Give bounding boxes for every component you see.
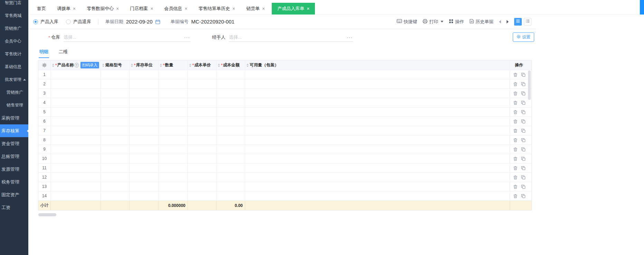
radio-product-inbound[interactable]: 产品入库 <box>33 19 58 25</box>
list-view-button[interactable] <box>514 18 522 26</box>
delete-row-icon[interactable] <box>513 185 518 189</box>
cell-unit-cost[interactable] <box>188 117 217 126</box>
cell-unit-cost[interactable] <box>188 135 217 144</box>
tabbar-scroll-strip[interactable] <box>640 0 644 15</box>
cell-stock-unit[interactable] <box>129 182 158 191</box>
cell-available-qty[interactable] <box>245 107 510 116</box>
tab-5[interactable]: 会员信息× <box>160 3 192 15</box>
copy-row-icon[interactable] <box>521 101 526 105</box>
cell-quantity[interactable] <box>158 173 188 182</box>
cell-product-name[interactable] <box>51 89 101 98</box>
copy-row-icon[interactable] <box>521 157 526 161</box>
column-header-stock-unit[interactable]: *库存单位 <box>129 60 158 70</box>
cell-quantity[interactable] <box>158 154 188 163</box>
cell-quantity[interactable] <box>158 117 188 126</box>
sidebar-item-16[interactable]: 固定资产 <box>0 188 28 201</box>
tab-close-icon[interactable]: × <box>150 6 153 11</box>
sidebar-item-1[interactable]: 智慧门店 <box>0 0 28 9</box>
column-header-unit-cost[interactable]: *成本单价 <box>188 60 217 70</box>
sidebar-item-3[interactable]: 营销推广 <box>0 22 28 35</box>
calendar-icon[interactable] <box>155 19 160 24</box>
cell-product-name[interactable] <box>51 126 101 135</box>
tab-1[interactable]: 首页 <box>33 3 50 15</box>
cell-quantity[interactable] <box>158 191 188 200</box>
delete-row-icon[interactable] <box>513 73 518 77</box>
cell-stock-unit[interactable] <box>129 70 158 79</box>
copy-row-icon[interactable] <box>521 175 526 180</box>
tab-4[interactable]: 门店档案× <box>126 3 157 15</box>
cell-spec-model[interactable] <box>101 79 129 88</box>
cell-product-name[interactable] <box>51 154 101 163</box>
cell-available-qty[interactable] <box>245 126 510 135</box>
doc-date-value[interactable]: 2022-09-20 <box>126 19 153 25</box>
cell-stock-unit[interactable] <box>129 191 158 200</box>
cell-cost-amount[interactable] <box>217 126 245 135</box>
delete-row-icon[interactable] <box>513 194 518 198</box>
cell-quantity[interactable] <box>158 182 188 191</box>
cell-product-name[interactable] <box>51 107 101 116</box>
tab-close-icon[interactable]: × <box>185 6 188 11</box>
cell-product-name[interactable] <box>51 182 101 191</box>
cell-stock-unit[interactable] <box>129 107 158 116</box>
sort-icon[interactable] <box>102 64 104 67</box>
tab-close-icon[interactable]: × <box>262 6 265 11</box>
cell-cost-amount[interactable] <box>217 173 245 182</box>
cell-spec-model[interactable] <box>101 117 129 126</box>
table-vertical-scrollbar[interactable] <box>528 70 531 200</box>
cell-spec-model[interactable] <box>101 154 129 163</box>
delete-row-icon[interactable] <box>513 129 518 133</box>
cell-quantity[interactable] <box>158 145 188 154</box>
cell-cost-amount[interactable] <box>217 135 245 144</box>
cell-spec-model[interactable] <box>101 89 129 98</box>
delete-row-icon[interactable] <box>513 82 518 86</box>
cell-quantity[interactable] <box>158 107 188 116</box>
delete-row-icon[interactable] <box>513 101 518 105</box>
cell-cost-amount[interactable] <box>217 98 245 107</box>
cell-unit-cost[interactable] <box>188 79 217 88</box>
cell-available-qty[interactable] <box>245 117 510 126</box>
cell-available-qty[interactable] <box>245 154 510 163</box>
cell-product-name[interactable] <box>51 79 101 88</box>
sidebar-item-4[interactable]: 会员中心 <box>0 35 28 48</box>
cell-cost-amount[interactable] <box>217 89 245 98</box>
cell-product-name[interactable] <box>51 135 101 144</box>
tab-close-icon[interactable]: × <box>307 6 309 11</box>
more-options-icon[interactable]: ··· <box>184 35 190 40</box>
form-view-button[interactable] <box>524 18 531 26</box>
sort-icon[interactable] <box>189 64 191 67</box>
cell-spec-model[interactable] <box>101 98 129 107</box>
cell-cost-amount[interactable] <box>217 191 245 200</box>
cell-quantity[interactable] <box>158 89 188 98</box>
delete-row-icon[interactable] <box>513 147 518 152</box>
column-header-cost-amount[interactable]: *成本金额 <box>217 60 245 70</box>
cell-cost-amount[interactable] <box>217 79 245 88</box>
column-header-product-name[interactable]: *产品名称?扫码录入 <box>51 60 101 70</box>
cell-quantity[interactable] <box>158 70 188 79</box>
sidebar-item-6[interactable]: 基础信息 <box>0 60 28 73</box>
cell-product-name[interactable] <box>51 145 101 154</box>
cell-stock-unit[interactable] <box>129 154 158 163</box>
cell-unit-cost[interactable] <box>188 107 217 116</box>
sidebar-item-13[interactable]: 总账管理 <box>0 150 28 163</box>
delete-row-icon[interactable] <box>513 175 518 180</box>
copy-row-icon[interactable] <box>521 119 526 124</box>
cell-available-qty[interactable] <box>245 182 510 191</box>
cell-spec-model[interactable] <box>101 145 129 154</box>
cell-spec-model[interactable] <box>101 163 129 172</box>
cell-product-name[interactable] <box>51 117 101 126</box>
copy-row-icon[interactable] <box>521 73 526 77</box>
cell-cost-amount[interactable] <box>217 70 245 79</box>
cell-unit-cost[interactable] <box>188 70 217 79</box>
cell-stock-unit[interactable] <box>129 117 158 126</box>
tab-detail[interactable]: 明细 <box>39 47 49 58</box>
cell-product-name[interactable] <box>51 163 101 172</box>
cell-spec-model[interactable] <box>101 182 129 191</box>
table-column-settings-button[interactable] <box>38 60 51 70</box>
more-options-icon[interactable]: ··· <box>347 35 353 40</box>
settings-button[interactable]: 设置 <box>513 32 534 42</box>
operations-button[interactable]: 操作 <box>449 19 464 25</box>
delete-row-icon[interactable] <box>513 119 518 124</box>
cell-quantity[interactable] <box>158 163 188 172</box>
sidebar-item-2[interactable]: 零售商城 <box>0 9 28 22</box>
prev-doc-arrow[interactable] <box>499 20 501 23</box>
